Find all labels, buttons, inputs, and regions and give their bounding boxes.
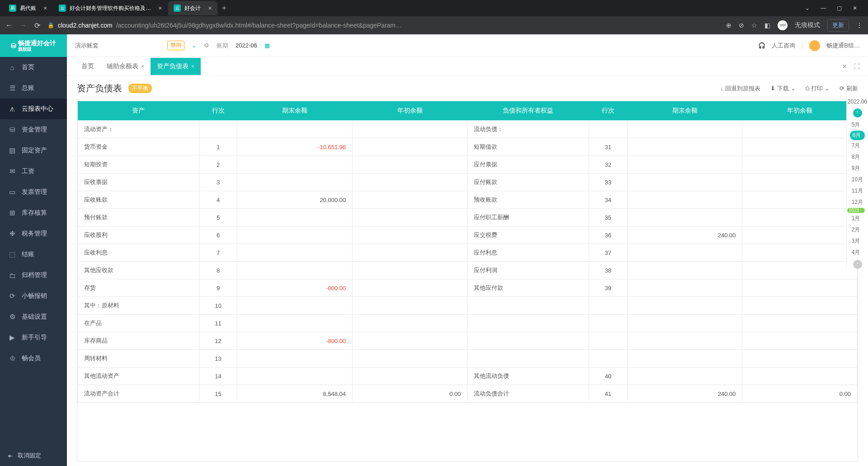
- cell-liab[interactable]: [467, 297, 589, 315]
- new-tab-button[interactable]: +: [222, 4, 227, 13]
- logo[interactable]: ⛁ 畅捷通好会计 旗舰版: [0, 34, 67, 57]
- cell-asset[interactable]: 应收股利: [78, 226, 199, 244]
- bookmark-icon[interactable]: ☆: [751, 22, 757, 29]
- avatar[interactable]: [809, 40, 820, 51]
- sidebar-item[interactable]: ▶新手引导: [0, 327, 67, 348]
- tab-aux-balance[interactable]: 辅助余额表×: [100, 58, 151, 75]
- maximize-icon[interactable]: ▢: [837, 5, 842, 11]
- minimize-icon[interactable]: —: [821, 5, 826, 11]
- sidebar-item[interactable]: ☰总账: [0, 78, 67, 99]
- sidebar-item[interactable]: ⟳小畅报销: [0, 286, 67, 306]
- cell-liab[interactable]: 短期借款: [467, 138, 589, 156]
- close-icon[interactable]: ×: [208, 5, 212, 12]
- sidebar-item[interactable]: ❉税务管理: [0, 223, 67, 244]
- sidebar-item[interactable]: ♔畅会员: [0, 348, 67, 369]
- sidebar-item[interactable]: ⬚结账: [0, 244, 67, 265]
- month-item[interactable]: 3月: [850, 235, 865, 247]
- cell-asset[interactable]: 其他流动资产: [78, 367, 199, 385]
- cell-liab[interactable]: 应交税费: [467, 226, 589, 244]
- demo-badge[interactable]: 禁用: [167, 41, 184, 50]
- cell-liab[interactable]: [467, 332, 589, 350]
- cell-asset[interactable]: 应收账款: [78, 191, 199, 209]
- sidebar-item[interactable]: ▭发票管理: [0, 182, 67, 202]
- extension-icon[interactable]: ⊘: [739, 22, 744, 29]
- cell-liab[interactable]: [467, 315, 589, 332]
- month-item[interactable]: 6月: [850, 131, 865, 140]
- period-value[interactable]: 2022-06: [236, 42, 257, 49]
- cell-liab[interactable]: 预收账款: [467, 191, 589, 209]
- sidebar-item[interactable]: ⛁资金管理: [0, 119, 67, 140]
- month-rail-head[interactable]: 2022.06: [846, 97, 868, 107]
- update-button[interactable]: 更新: [827, 19, 849, 32]
- chevron-down-icon[interactable]: ⌄: [192, 42, 197, 49]
- month-down-button[interactable]: ˅: [853, 260, 862, 269]
- cell-liab[interactable]: 应付利润: [467, 262, 589, 279]
- cell-liab[interactable]: 流动负债合计: [467, 385, 589, 403]
- cell-liab[interactable]: 其他应付款: [467, 279, 589, 297]
- cell-asset[interactable]: 短期投资: [78, 156, 199, 174]
- gear-icon[interactable]: ⚙: [204, 42, 209, 49]
- month-item[interactable]: 10月: [850, 174, 865, 185]
- cell-asset[interactable]: 货币资金: [78, 138, 199, 156]
- puzzle-icon[interactable]: ◧: [764, 22, 770, 29]
- cell-asset[interactable]: 其他应收款: [78, 262, 199, 279]
- cell-asset[interactable]: 其中：原材料: [78, 297, 199, 315]
- forward-icon[interactable]: →: [20, 21, 27, 30]
- account-name[interactable]: 演示账套: [75, 42, 99, 50]
- sidebar-item[interactable]: 🗀归档管理: [0, 265, 67, 286]
- rollback-button[interactable]: ↓回退到原报表: [721, 85, 761, 93]
- close-icon[interactable]: ×: [141, 63, 144, 70]
- reload-icon[interactable]: ⟳: [34, 21, 40, 30]
- close-window-icon[interactable]: ✕: [853, 5, 857, 11]
- back-icon[interactable]: ←: [5, 21, 13, 30]
- cell-asset[interactable]: 预付账款: [78, 209, 199, 226]
- close-icon[interactable]: ×: [191, 63, 194, 70]
- cell-liab[interactable]: 应付职工薪酬: [467, 209, 589, 226]
- cell-asset[interactable]: 库存商品: [78, 332, 199, 350]
- cell-asset[interactable]: 应收票据: [78, 174, 199, 191]
- month-item[interactable]: 11月: [850, 185, 865, 197]
- browser-tab[interactable]: 易 易代账 ×: [4, 1, 52, 15]
- cell-liab[interactable]: [467, 350, 589, 367]
- chevron-down-icon[interactable]: ⌄: [805, 5, 810, 11]
- sidebar-item[interactable]: ⚙基础设置: [0, 306, 67, 327]
- menu-icon[interactable]: ⋮: [856, 22, 863, 29]
- cell-liab[interactable]: 应付票据: [467, 156, 589, 174]
- download-button[interactable]: ⬇下载⌄: [770, 85, 796, 93]
- table-scroll[interactable]: 资产 行次 期末余额 年初余额 负债和所有者权益 行次 期末余额 年初余额 流动…: [77, 101, 858, 461]
- month-item[interactable]: 4月: [850, 247, 865, 258]
- cell-liab[interactable]: 流动负债：: [467, 121, 589, 138]
- cell-asset[interactable]: 在产品: [78, 315, 199, 332]
- browser-tab[interactable]: 云 好会计 ×: [168, 1, 217, 15]
- tab-home[interactable]: 首页: [75, 58, 100, 75]
- month-item[interactable]: 7月: [850, 140, 865, 151]
- sidebar-item[interactable]: ⌂首页: [0, 57, 67, 78]
- month-item[interactable]: 9月: [850, 163, 865, 174]
- sidebar-item[interactable]: ⊞库存核算: [0, 202, 67, 223]
- url-input[interactable]: 🔒 cloud2.chanjet.com/accounting/uh26t264…: [47, 22, 719, 29]
- month-item[interactable]: 5月: [850, 119, 865, 131]
- close-icon[interactable]: ×: [43, 5, 47, 12]
- cell-liab[interactable]: 其他流动负债: [467, 367, 589, 385]
- close-all-icon[interactable]: ✕: [842, 63, 847, 70]
- zoom-icon[interactable]: ⊕: [726, 22, 731, 29]
- fullscreen-icon[interactable]: ⛶: [854, 63, 860, 70]
- cell-asset[interactable]: 存货: [78, 279, 199, 297]
- close-icon[interactable]: ×: [158, 5, 162, 12]
- cell-liab[interactable]: 应付利息: [467, 244, 589, 262]
- cell-asset[interactable]: 流动资产：: [78, 121, 199, 138]
- sidebar-item[interactable]: ▤固定资产: [0, 140, 67, 161]
- month-item[interactable]: 8月: [850, 151, 865, 163]
- month-item[interactable]: 12月: [850, 197, 865, 208]
- month-item[interactable]: 2月: [850, 224, 865, 235]
- cell-asset[interactable]: 周转材料: [78, 350, 199, 367]
- browser-tab[interactable]: 云 好会计财务管理软件购买价格及… ×: [53, 1, 167, 15]
- user-name[interactable]: 畅捷通B组…: [826, 42, 860, 50]
- calendar-icon[interactable]: ▦: [264, 42, 270, 49]
- sidebar-item[interactable]: ✉工资: [0, 161, 67, 182]
- tab-balance-sheet[interactable]: 资产负债表×: [151, 58, 201, 75]
- support-link[interactable]: 人工咨询: [772, 42, 795, 50]
- print-button[interactable]: ⎙打印⌄: [806, 85, 830, 93]
- sidebar-item[interactable]: ⩚云报表中心: [0, 99, 67, 119]
- month-item[interactable]: 1月: [850, 213, 865, 224]
